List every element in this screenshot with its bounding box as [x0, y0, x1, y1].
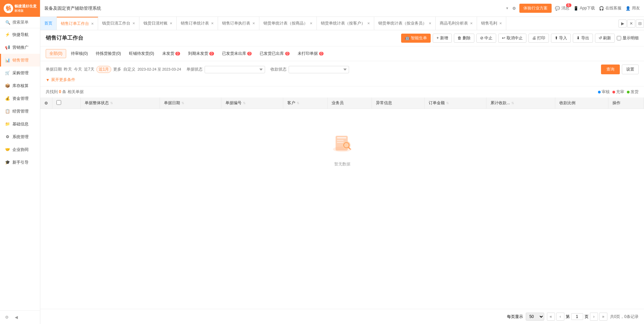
tab-sales-summary-product[interactable]: 销货单统计表（按商品） ✕ — [259, 17, 317, 30]
sidebar-item-quick-nav[interactable]: ⚡ 快捷导航 — [0, 28, 40, 41]
per-page-select[interactable]: 50 10 20 100 — [526, 313, 544, 321]
sidebar-item-marketing[interactable]: 📢 营销推广 — [0, 41, 40, 54]
sub-tab-pending-inspect[interactable]: 待拣货验货(0) — [92, 49, 124, 58]
sidebar-item-finance[interactable]: 💰 资金管理 — [0, 92, 40, 105]
tab-close-cash-daily[interactable]: ✕ — [132, 22, 135, 25]
sub-tab-shipped-out[interactable]: 已发货已出库 0 — [256, 49, 293, 58]
app-download-item[interactable]: 📱 App下载 — [573, 5, 595, 11]
industry-btn[interactable]: 体验行业方案 — [519, 4, 552, 13]
date-opt-yesterday[interactable]: 昨天 — [64, 67, 72, 72]
online-service-item[interactable]: 🎧 在线客服 — [599, 5, 621, 11]
col-date-sortable[interactable]: 单据日期 ⇅ — [164, 100, 217, 106]
user-item[interactable]: 👤 用友 — [626, 5, 640, 11]
sidebar-item-sales[interactable]: 📊 销售管理 — [0, 54, 40, 67]
sub-tab-wangpu[interactable]: 旺铺待发货(0) — [126, 49, 158, 58]
sub-tab-shipped-not-out[interactable]: 已发货未出库 0 — [219, 49, 255, 58]
tab-close-sales-summary-staff[interactable]: ✕ — [429, 22, 431, 25]
tab-sales-summary-customer[interactable]: 销货单统计表（按客户） ✕ — [317, 17, 374, 30]
col-settings-icon[interactable]: ⚙ — [44, 101, 48, 106]
tab-cash-reconcile[interactable]: 钱货日清对账 ✕ — [139, 17, 177, 30]
app-version: 标准版 — [14, 9, 37, 13]
query-btn[interactable]: 查询 — [601, 65, 620, 74]
status-select[interactable] — [205, 66, 265, 73]
prev-page-btn[interactable]: ‹ — [556, 313, 564, 321]
tab-close-all-btn[interactable]: ✕ — [627, 19, 635, 28]
finance-icon: 💰 — [4, 95, 10, 102]
date-opt-today[interactable]: 今天 — [74, 67, 82, 72]
sidebar-bottom: ⚙ ◀ — [0, 310, 40, 324]
tab-close-sales-exec[interactable]: ✕ — [252, 22, 255, 25]
page-header: 销售订单工作台 🤖 智能生单 + 新增 🗑 删除 ⊘ 中止 ↩ 取消中止 🖨 打… — [40, 30, 644, 46]
col-received-sortable[interactable]: 累计收款... ⇅ — [490, 100, 551, 106]
tab-cash-daily[interactable]: 钱货日清工作台 ✕ — [98, 17, 139, 30]
date-opt-custom[interactable]: 自定义 — [123, 67, 135, 72]
sidebar-collapse-icon[interactable]: ◀ — [13, 314, 19, 321]
sidebar-item-system[interactable]: ⚙ 系统管理 — [0, 130, 40, 143]
ai-generate-btn[interactable]: 🤖 智能生单 — [401, 34, 431, 43]
col-customer-sortable[interactable]: 客户 ⇅ — [287, 100, 323, 106]
select-all-checkbox[interactable] — [56, 100, 61, 105]
sub-tab-expired-not-shipped[interactable]: 到期未发货 0 — [185, 49, 217, 58]
tab-close-sales-order[interactable]: ✕ — [91, 22, 94, 26]
cancel-stop-btn[interactable]: ↩ 取消中止 — [498, 34, 526, 43]
import-btn[interactable]: ⬆ 导入 — [551, 34, 571, 43]
last-page-btn[interactable]: » — [599, 313, 607, 321]
col-status-sortable[interactable]: 单据整体状态 ⇅ — [85, 100, 156, 106]
next-page-btn[interactable]: › — [590, 313, 598, 321]
tab-overflow-btn[interactable]: ▶ — [618, 19, 627, 28]
tab-sales-profit[interactable]: 销售毛利 ✕ — [477, 17, 506, 30]
ship-action-btn[interactable]: 发货 — [627, 89, 639, 95]
system-dropdown-arrow[interactable]: ▼ — [506, 6, 509, 10]
sub-tab-not-printed[interactable]: 未打印单据 0 — [294, 49, 327, 58]
tab-close-sales-summary-customer[interactable]: ✕ — [367, 22, 370, 25]
tab-sales-order[interactable]: 销售订单工作台 ✕ — [57, 17, 98, 30]
table-wrapper[interactable]: ⚙ 单据整体状态 ⇅ — [40, 97, 644, 309]
show-detail-checkbox[interactable] — [617, 36, 621, 40]
tab-sales-exec[interactable]: 销售订单执行表 ✕ — [218, 17, 259, 30]
payment-select[interactable] — [289, 66, 349, 73]
tab-home[interactable]: 首页 — [40, 17, 57, 30]
sub-tab-pending-review[interactable]: 待审核(0) — [68, 49, 91, 58]
message-icon-item[interactable]: 💬 6 消息 — [555, 5, 569, 11]
col-amount-sortable[interactable]: 订单金额 ⇅ — [429, 100, 482, 106]
refresh-btn[interactable]: ↺ 刷新 — [595, 34, 615, 43]
first-page-btn[interactable]: « — [547, 313, 555, 321]
col-number: 单据编号 ⇅ — [221, 97, 283, 109]
sidebar-item-guide[interactable]: 🎓 新手引导 — [0, 156, 40, 169]
add-btn[interactable]: + 新增 — [433, 34, 452, 43]
tab-sales-stats[interactable]: 销售订单统计表 ✕ — [177, 17, 218, 30]
export-btn[interactable]: ⬇ 导出 — [573, 34, 593, 43]
sidebar-item-purchase[interactable]: 🛒 采购管理 — [0, 67, 40, 79]
print-btn[interactable]: 🖨 打印 — [528, 34, 549, 43]
top-header: 装备及固定资产辅助管理系统 ▼ ⚙ 体验行业方案 💬 6 消息 📱 App下载 … — [40, 0, 644, 17]
tab-close-sales-profit[interactable]: ✕ — [499, 22, 502, 25]
date-opt-1month[interactable]: 近1月 — [96, 66, 112, 73]
tab-close-sales-stats[interactable]: ✕ — [211, 22, 214, 25]
tab-collapse-btn[interactable]: ⊟ — [636, 19, 644, 28]
tab-sales-summary-staff[interactable]: 销货单统计表（按业务员） ✕ — [374, 17, 436, 30]
tab-close-cash-reconcile[interactable]: ✕ — [170, 22, 172, 25]
sidebar-settings-icon[interactable]: ⚙ — [3, 314, 10, 321]
expand-filter-btn[interactable]: ▼ 展开更多条件 — [46, 77, 639, 83]
tab-close-sales-summary-product[interactable]: ✕ — [310, 22, 312, 25]
sidebar-item-cooperation[interactable]: 🤝 企业协同 — [0, 143, 40, 156]
sub-tab-all[interactable]: 全部(0) — [46, 49, 66, 58]
sidebar-item-operations[interactable]: 📋 经营管理 — [0, 105, 40, 118]
table-head: ⚙ 单据整体状态 ⇅ — [40, 97, 644, 109]
sidebar-item-basic-info[interactable]: 📁 基础信息 — [0, 118, 40, 130]
sidebar-item-search[interactable]: 🔍 搜索菜单 — [0, 17, 40, 28]
page-number-input[interactable] — [571, 313, 583, 320]
delete-btn[interactable]: 🗑 删除 — [454, 34, 474, 43]
header-settings-icon[interactable]: ⚙ — [512, 6, 516, 11]
sidebar-item-inventory[interactable]: 📦 库存核算 — [0, 79, 40, 92]
stop-btn[interactable]: ⊘ 中止 — [476, 34, 496, 43]
review-action-btn[interactable]: 审核 — [598, 89, 610, 95]
cancel-action-btn[interactable]: 充审 — [612, 89, 624, 95]
filter-settings-btn[interactable]: 设置 — [622, 65, 639, 74]
col-number-sortable[interactable]: 单据编号 ⇅ — [225, 100, 279, 106]
sub-tab-not-shipped[interactable]: 未发货 0 — [159, 49, 183, 58]
tab-close-product-margin[interactable]: ✕ — [470, 22, 473, 25]
date-opt-7days[interactable]: 近7天 — [84, 67, 94, 72]
date-opt-more[interactable]: 更多 — [113, 67, 121, 72]
tab-product-margin[interactable]: 商品毛利分析表 ✕ — [436, 17, 477, 30]
